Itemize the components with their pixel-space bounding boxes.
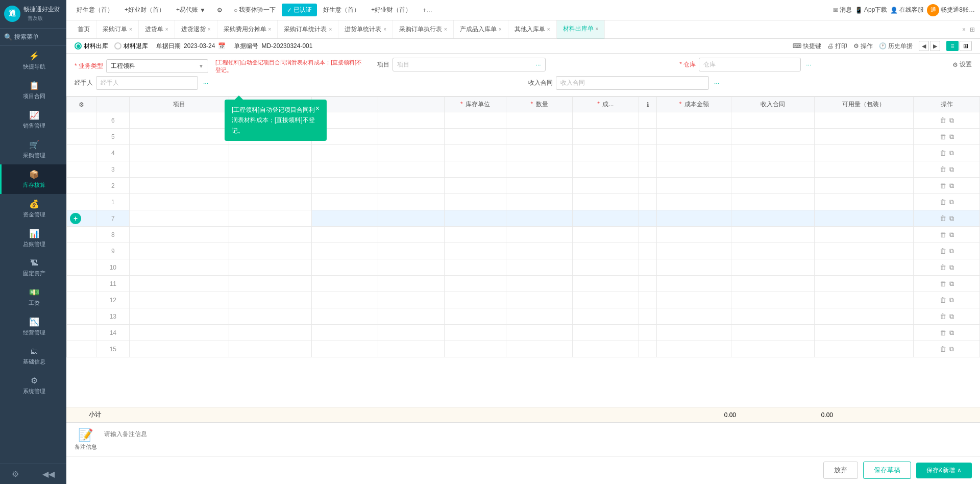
row-8-copy-icon[interactable]: ⧉ (949, 231, 954, 239)
tab-other-inbound[interactable]: 其他入库单 × (508, 20, 557, 39)
row-3-available[interactable] (814, 161, 914, 178)
row-3-unit[interactable] (444, 161, 506, 178)
row-9-income[interactable] (731, 243, 814, 259)
sidebar-search[interactable]: 🔍 搜索菜单 (0, 29, 66, 46)
message-btn[interactable]: ✉ 消息 (833, 6, 852, 14)
sidebar-item-assets[interactable]: 🏗 固定资产 (0, 253, 66, 282)
row-11-delete-icon[interactable]: 🗑 (940, 280, 946, 287)
row-6-project[interactable] (130, 112, 229, 129)
handler-input[interactable]: 经手人 (96, 76, 198, 90)
row-5-delete-icon[interactable]: 🗑 (940, 133, 946, 140)
date-value[interactable]: 2023-03-24 (184, 42, 215, 50)
handler-dots[interactable]: ··· (203, 80, 208, 87)
row-5-qty[interactable] (506, 129, 573, 145)
row-12-cost[interactable] (572, 292, 639, 308)
row-15-delete-icon[interactable]: 🗑 (940, 345, 946, 353)
row-2-material[interactable] (229, 178, 311, 194)
row-6-cost[interactable] (572, 112, 639, 129)
tabs-close-all-icon[interactable]: × (962, 26, 966, 33)
tab-material-outbound-close[interactable]: × (596, 26, 599, 32)
sidebar-item-basic[interactable]: 🗂 基础信息 (0, 342, 66, 371)
topbar-item-hyc2[interactable]: +好业财（首） (366, 4, 416, 16)
row-5-copy-icon[interactable]: ⧉ (949, 133, 954, 141)
row-15-project[interactable] (130, 341, 229, 357)
row-9-available[interactable] (814, 243, 914, 259)
nav-prev-btn[interactable]: ◀ (919, 41, 929, 51)
tabs-settings-icon[interactable]: ⊞ (970, 26, 975, 33)
row-4-delete-icon[interactable]: 🗑 (940, 149, 946, 157)
row-4-material[interactable] (229, 145, 311, 161)
row-13-warehouse[interactable] (378, 308, 444, 325)
row-2-warehouse[interactable] (378, 178, 444, 194)
history-btn[interactable]: 🕐 历史单据 (879, 42, 913, 51)
tab-purchase-exec[interactable]: 采购订单执行表 × (393, 20, 454, 39)
row-10-income[interactable] (731, 259, 814, 276)
view-list-btn[interactable]: ≡ (946, 41, 959, 51)
radio-material-outbound[interactable]: 材料出库 (75, 42, 108, 51)
row-15-cost-amount[interactable] (657, 341, 731, 357)
row-3-warehouse[interactable] (378, 161, 444, 178)
warehouse-dots[interactable]: ··· (806, 61, 811, 68)
row-15-material[interactable] (229, 341, 311, 357)
operations-btn[interactable]: ⚙ 操作 (853, 42, 873, 51)
row-4-cost-amount[interactable] (657, 145, 731, 161)
row-4-qty[interactable] (506, 145, 573, 161)
row-6-warehouse[interactable] (378, 112, 444, 129)
row-1-spec[interactable] (312, 194, 378, 210)
row-12-warehouse[interactable] (378, 292, 444, 308)
tab-home[interactable]: 首页 (71, 20, 96, 39)
row-7-warehouse[interactable] (378, 210, 444, 227)
save-draft-button[interactable]: 保存草稿 (863, 462, 911, 479)
row-13-cost[interactable] (572, 308, 639, 325)
row-11-cost[interactable] (572, 276, 639, 292)
project-input[interactable]: 项目 ··· (393, 58, 546, 71)
row-8-available[interactable] (814, 227, 914, 243)
row-12-material[interactable] (229, 292, 311, 308)
row-12-cost-amount[interactable] (657, 292, 731, 308)
row-1-qty[interactable] (506, 194, 573, 210)
row-7-qty[interactable] (506, 210, 573, 227)
row-14-qty[interactable] (506, 325, 573, 341)
col-header-settings[interactable]: ⚙ (67, 97, 96, 112)
row-14-copy-icon[interactable]: ⧉ (949, 329, 954, 337)
project-dots[interactable]: ··· (536, 61, 541, 68)
settings-btn[interactable]: ⚙ 设置 (952, 60, 972, 69)
row-7-cost-amount[interactable] (657, 210, 731, 227)
row-3-spec[interactable] (312, 161, 378, 178)
row-14-available[interactable] (814, 325, 914, 341)
row-1-warehouse[interactable] (378, 194, 444, 210)
tab-purchase-stats[interactable]: 采购订单统计表 × (278, 20, 338, 39)
row-13-qty[interactable] (506, 308, 573, 325)
row-8-project[interactable] (130, 227, 229, 243)
row-5-available[interactable] (814, 129, 914, 145)
row-7-project-input[interactable] (133, 215, 226, 222)
sidebar-item-finance[interactable]: 💰 资金管理 (0, 194, 66, 224)
row-8-income[interactable] (731, 227, 814, 243)
tab-purchase-order[interactable]: 采购订单 × (96, 20, 139, 39)
tab-inbound[interactable]: 进货单 × (139, 20, 175, 39)
row-5-cost[interactable] (572, 129, 639, 145)
row-8-material[interactable] (229, 227, 311, 243)
sidebar-item-project[interactable]: 📋 项目合同 (0, 76, 66, 105)
row-13-unit[interactable] (444, 308, 506, 325)
row-1-income[interactable] (731, 194, 814, 210)
add-row-button[interactable]: + (70, 213, 81, 224)
row-7-cost[interactable] (572, 210, 639, 227)
row-15-unit[interactable] (444, 341, 506, 357)
row-6-unit[interactable] (444, 112, 506, 129)
calendar-icon[interactable]: 📅 (218, 42, 226, 50)
sidebar-item-accounting[interactable]: 📊 总账管理 (0, 224, 66, 253)
row-11-qty[interactable] (506, 276, 573, 292)
row-15-qty[interactable] (506, 341, 573, 357)
row-7-income[interactable] (731, 210, 814, 227)
row-10-unit[interactable] (444, 259, 506, 276)
tab-other-inbound-close[interactable]: × (547, 27, 550, 32)
row-13-project[interactable] (130, 308, 229, 325)
row-3-income[interactable] (731, 161, 814, 178)
remarks-input[interactable] (102, 428, 972, 446)
row-11-unit[interactable] (444, 276, 506, 292)
tab-inbound-stats-close[interactable]: × (383, 27, 386, 32)
row-11-cost-amount[interactable] (657, 276, 731, 292)
row-4-cost[interactable] (572, 145, 639, 161)
row-15-income[interactable] (731, 341, 814, 357)
